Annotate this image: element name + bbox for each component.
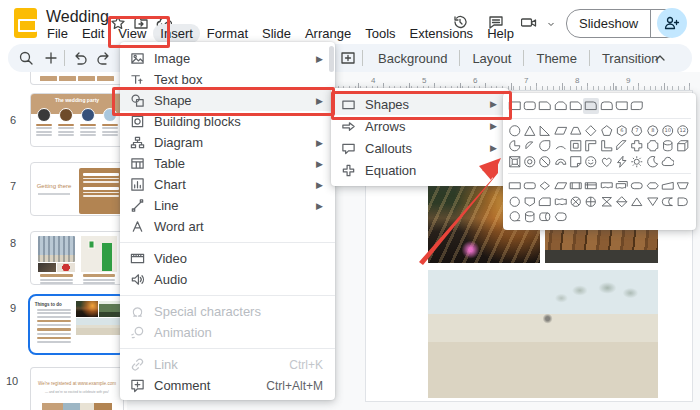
shape-flow-alternate-process-icon[interactable] (522, 178, 537, 194)
shape-flow-manual-operation-icon[interactable] (675, 178, 690, 194)
shape-flow-delay-icon[interactable] (675, 194, 690, 210)
shape-trapezoid-icon[interactable] (568, 123, 583, 139)
shape-flow-merge-icon[interactable] (645, 194, 660, 210)
shape-folded-corner-icon[interactable] (568, 154, 583, 170)
shape-flow-decision-icon[interactable] (538, 178, 553, 194)
shape-half-frame-icon[interactable] (583, 138, 598, 154)
menu-item-line[interactable]: Line▶ (120, 195, 335, 216)
shape-right-triangle-icon[interactable] (538, 123, 553, 139)
shape-hexagon-icon[interactable]: 6 (614, 123, 629, 139)
shape-flow-stored-data-icon[interactable] (660, 194, 675, 210)
shape-donut-icon[interactable] (522, 154, 537, 170)
menu-item-audio[interactable]: Audio (120, 269, 335, 290)
slide-thumbnail-6[interactable]: The wedding party (30, 93, 124, 147)
version-history-icon[interactable] (452, 14, 468, 30)
slide-thumbnail-7[interactable]: Getting there (30, 162, 124, 216)
shape-block-arc-icon[interactable] (553, 154, 568, 170)
shape-chord-icon[interactable] (522, 138, 537, 154)
add-slide-icon[interactable] (43, 50, 59, 66)
shape-moon-icon[interactable] (645, 154, 660, 170)
shape-smiley-icon[interactable] (583, 154, 598, 170)
shape-flow-document-icon[interactable] (599, 178, 614, 194)
slide-thumbnail-partial[interactable] (30, 72, 124, 85)
redo-icon[interactable] (96, 50, 112, 66)
shape-heptagon-icon[interactable]: 7 (629, 123, 644, 139)
shape-arc-icon[interactable] (553, 138, 568, 154)
shape-cube-icon[interactable] (675, 138, 690, 154)
shape-decagon-icon[interactable]: 10 (660, 123, 675, 139)
menu-item-word-art[interactable]: Word art (120, 216, 335, 237)
shape-snip-same-side-rect-icon[interactable] (553, 98, 568, 114)
shape-teardrop-icon[interactable] (538, 138, 553, 154)
theme-button[interactable]: Theme (524, 51, 588, 66)
shape-flow-terminator-icon[interactable] (629, 178, 644, 194)
shape-pie-icon[interactable] (507, 138, 522, 154)
share-button[interactable] (657, 8, 687, 38)
menu-item-callouts[interactable]: Callouts▶ (331, 137, 509, 159)
background-button[interactable]: Background (366, 51, 459, 66)
shape-flow-magnetic-disk-icon[interactable] (522, 209, 537, 225)
shape-flow-manual-input-icon[interactable] (660, 178, 675, 194)
shape-flow-or-icon[interactable] (583, 194, 598, 210)
menubar-item-file[interactable]: File (40, 24, 75, 43)
shape-cross-icon[interactable] (629, 138, 644, 154)
chevron-up-icon[interactable] (652, 50, 668, 66)
shape-diamond-icon[interactable] (583, 123, 598, 139)
shape-flow-collate-icon[interactable] (599, 194, 614, 210)
shape-flow-off-page-connector-icon[interactable] (522, 194, 537, 210)
shape-plaque-icon[interactable] (645, 138, 660, 154)
shape-round-rect-icon[interactable] (522, 98, 537, 114)
menu-item-comment[interactable]: CommentCtrl+Alt+M (120, 375, 335, 396)
shape-round-single-corner-rect-icon[interactable] (583, 98, 598, 114)
slide-thumbnail-9[interactable]: Things to do (28, 294, 127, 355)
shape-octagon-icon[interactable]: 8 (645, 123, 660, 139)
menu-item-image[interactable]: Image▶ (120, 48, 335, 69)
shape-ellipse-icon[interactable] (507, 123, 522, 139)
frame-plus-icon[interactable] (340, 50, 356, 66)
shape-can-icon[interactable] (660, 138, 675, 154)
comments-icon[interactable] (488, 14, 504, 30)
shape-flow-display-icon[interactable] (553, 209, 568, 225)
menu-item-video[interactable]: Video (120, 248, 335, 269)
shape-diagonal-stripe-icon[interactable] (614, 138, 629, 154)
shape-l-shape-icon[interactable] (599, 138, 614, 154)
menubar-item-arrange[interactable]: Arrange (298, 24, 358, 43)
menubar-item-extensions[interactable]: Extensions (403, 24, 481, 43)
shape-flow-internal-storage-icon[interactable] (583, 178, 598, 194)
menu-item-chart[interactable]: Chart▶ (120, 174, 335, 195)
shape-flow-data-icon[interactable] (553, 178, 568, 194)
menu-item-equation[interactable]: Equation▶ (331, 159, 509, 181)
shape-flow-connector-icon[interactable] (507, 194, 522, 210)
meet-caret-icon[interactable] (545, 18, 557, 30)
shape-sun-icon[interactable] (629, 154, 644, 170)
shape-flow-summing-junction-icon[interactable] (568, 194, 583, 210)
shape-flow-extract-icon[interactable] (629, 194, 644, 210)
shape-snip-single-corner-rect-icon[interactable] (538, 98, 553, 114)
menu-item-diagram[interactable]: Diagram▶ (120, 132, 335, 153)
shape-flow-punched-tape-icon[interactable] (553, 194, 568, 210)
meet-camera-icon[interactable] (521, 14, 537, 30)
shape-flow-multidocument-icon[interactable] (614, 178, 629, 194)
shape-flow-process-icon[interactable] (507, 178, 522, 194)
shape-frame-icon[interactable] (568, 138, 583, 154)
shape-parallelogram-icon[interactable] (553, 123, 568, 139)
menubar-item-format[interactable]: Format (200, 24, 255, 43)
slide-photo-skatepark[interactable] (428, 270, 658, 398)
shape-round-same-side-rect-icon[interactable] (599, 98, 614, 114)
search-icon[interactable] (18, 50, 34, 66)
menubar-item-tools[interactable]: Tools (358, 24, 402, 43)
shape-cloud-icon[interactable] (660, 154, 675, 170)
shape-flow-sequential-storage-icon[interactable] (507, 209, 522, 225)
slide-thumbnail-10[interactable]: We're registered at www.example.com— and… (30, 367, 124, 410)
shape-dodecagon-icon[interactable]: 12 (675, 123, 690, 139)
shape-flow-preparation-icon[interactable] (645, 178, 660, 194)
layout-button[interactable]: Layout (460, 51, 523, 66)
shape-flow-direct-access-storage-icon[interactable] (538, 209, 553, 225)
undo-icon[interactable] (72, 50, 88, 66)
shape-flow-sort-icon[interactable] (614, 194, 629, 210)
shape-flow-punched-card-icon[interactable] (538, 194, 553, 210)
shape-pentagon-icon[interactable] (599, 123, 614, 139)
shape-lightning-bolt-icon[interactable] (614, 154, 629, 170)
shape-snip-round-single-rect-icon[interactable] (568, 98, 583, 114)
slides-logo[interactable] (14, 8, 37, 38)
